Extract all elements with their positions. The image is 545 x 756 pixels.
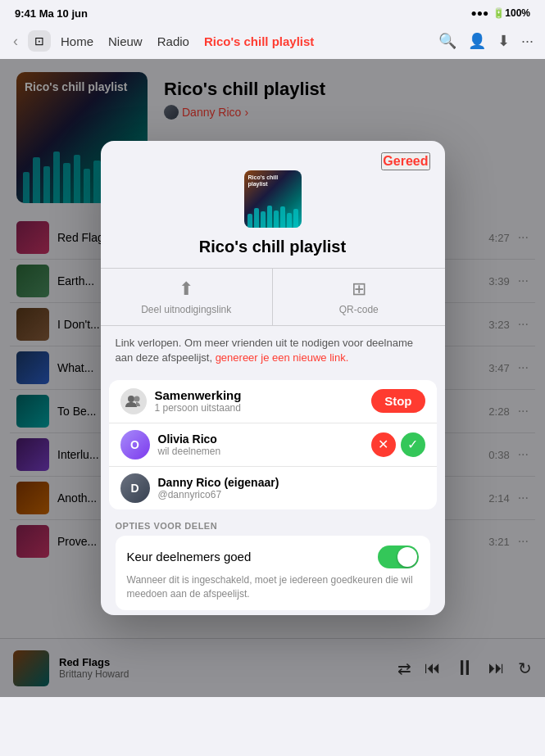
battery-icon: 🔋100% <box>493 7 530 19</box>
person-handle-danny: @dannyrico67 <box>158 489 425 500</box>
more-button[interactable]: ··· <box>520 31 535 52</box>
olivia-actions: ✕ ✓ <box>371 432 425 457</box>
qr-code-label: QR-code <box>339 304 379 315</box>
search-button[interactable]: 🔍 <box>437 30 458 52</box>
options-section-label: OPTIES VOOR DELEN <box>116 521 430 531</box>
status-right: ●●● 🔋100% <box>471 7 530 19</box>
svg-point-0 <box>128 396 134 402</box>
toggle-description: Wanneer dit is ingeschakeld, moet je ied… <box>127 573 419 601</box>
tab-home[interactable]: Home <box>61 34 93 48</box>
modal-cover-text: Rico's chill playlist <box>248 174 297 188</box>
collaboration-section: Samenwerking 1 persoon uitstaand Stop O … <box>109 380 437 509</box>
back-button[interactable]: ‹ <box>10 29 21 53</box>
tab-radio[interactable]: Radio <box>157 34 189 48</box>
nav-bar: ‹ ⊡ Home Nieuw Radio Rico's chill playli… <box>0 23 545 59</box>
share-tab-qr[interactable]: ⊞ QR-code <box>273 269 445 325</box>
modal-cover-container: Rico's chill playlist <box>101 170 445 238</box>
tab-nieuw[interactable]: Nieuw <box>108 34 143 48</box>
collab-count: 1 persoon uitstaand <box>155 402 242 414</box>
modal-header: Gereed <box>101 141 445 170</box>
accept-olivia-button[interactable]: ✓ <box>401 432 425 457</box>
person-info-danny: Danny Rico (eigenaar) @dannyrico67 <box>158 476 425 500</box>
approve-toggle[interactable] <box>378 545 419 568</box>
person-status-olivia: wil deelnemen <box>158 446 363 457</box>
status-bar: 9:41 Ma 10 jun ●●● 🔋100% <box>0 0 545 23</box>
modal-overlay: Gereed Rico's chill playlist <box>0 59 545 697</box>
person-row-olivia: O Olivia Rico wil deelnemen ✕ ✓ <box>109 423 437 467</box>
status-time: 9:41 Ma 10 jun <box>15 7 88 20</box>
person-row-danny: D Danny Rico (eigenaar) @dannyrico67 <box>109 467 437 509</box>
tab-playlist[interactable]: Rico's chill playlist <box>204 34 314 48</box>
modal-cover-art: Rico's chill playlist <box>244 170 302 228</box>
svg-point-1 <box>134 396 139 401</box>
sidebar-icon: ⊡ <box>34 34 44 48</box>
options-section: OPTIES VOOR DELEN Keur deelnemers goed W… <box>101 514 445 616</box>
toggle-row: Keur deelnemers goed <box>127 545 419 568</box>
share-tabs: ⬆ Deel uitnodigings­link ⊞ QR-code <box>101 268 445 326</box>
toggle-label: Keur deelnemers goed <box>127 550 252 564</box>
options-row: Keur deelnemers goed Wanneer dit is inge… <box>116 536 430 611</box>
share-tab-invite[interactable]: ⬆ Deel uitnodigings­link <box>101 269 274 325</box>
collab-title: Samenwerking <box>155 388 242 402</box>
link-section: Link verlopen. Om meer vrienden uit te n… <box>101 326 445 375</box>
share-invite-label: Deel uitnodigings­link <box>141 304 231 315</box>
generate-link-button[interactable]: genereer je een nieuwe link. <box>216 351 349 364</box>
profile-button[interactable]: 👤 <box>466 30 488 52</box>
nav-actions: 🔍 👤 ⬇ ··· <box>437 30 535 52</box>
share-modal: Gereed Rico's chill playlist <box>101 141 445 616</box>
reject-olivia-button[interactable]: ✕ <box>371 432 396 457</box>
person-info-olivia: Olivia Rico wil deelnemen <box>158 432 363 457</box>
main-content: Rico's chill playlist Rico's chill playl… <box>0 59 545 697</box>
collaboration-icon <box>120 388 147 414</box>
collab-info: Samenwerking 1 persoon uitstaand <box>155 388 242 414</box>
collab-left: Samenwerking 1 persoon uitstaand <box>120 388 242 414</box>
avatar-danny: D <box>120 473 150 503</box>
stop-collaboration-button[interactable]: Stop <box>371 389 425 413</box>
avatar-olivia: O <box>120 430 150 459</box>
qr-code-icon: ⊞ <box>352 278 366 300</box>
nav-tabs: Home Nieuw Radio Rico's chill playlist <box>61 34 430 48</box>
toggle-knob <box>397 547 417 567</box>
share-invite-icon: ⬆ <box>179 278 193 300</box>
person-name-danny: Danny Rico (eigenaar) <box>158 476 425 489</box>
sidebar-toggle-button[interactable]: ⊡ <box>28 30 51 52</box>
modal-title: Rico's chill playlist <box>101 238 445 268</box>
modal-done-button[interactable]: Gereed <box>381 152 429 170</box>
collab-header: Samenwerking 1 persoon uitstaand Stop <box>109 380 437 423</box>
modal-cover-bars <box>244 203 302 228</box>
person-name-olivia: Olivia Rico <box>158 432 363 446</box>
wifi-icon: ●●● <box>471 7 489 19</box>
download-button[interactable]: ⬇ <box>496 30 511 52</box>
